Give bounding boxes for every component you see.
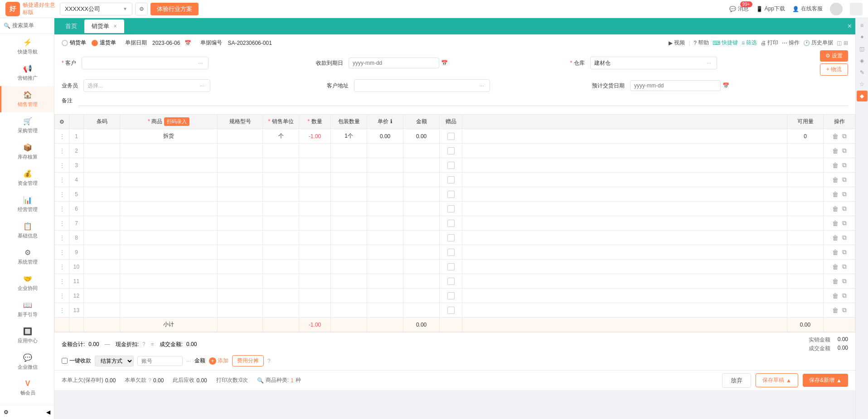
sidebar-item-guide[interactable]: 📖 新手引导 — [0, 296, 54, 323]
expected-calendar-icon[interactable]: 📅 — [723, 82, 729, 89]
td-qty-4[interactable] — [299, 173, 331, 187]
toolbar-print[interactable]: 🖨 打印 — [761, 39, 778, 47]
td-gift-5[interactable] — [440, 187, 462, 202]
td-unit-10[interactable] — [263, 260, 299, 274]
td-product-1[interactable]: 拆货 — [120, 129, 218, 144]
delete-row-10[interactable]: 🗑 — [831, 262, 839, 271]
tab-close-icon[interactable]: × — [114, 23, 117, 29]
copy-row-12[interactable]: ⧉ — [841, 291, 848, 300]
td-unit-8[interactable] — [263, 231, 299, 245]
td-barcode-13[interactable] — [84, 303, 120, 318]
td-price-11[interactable] — [367, 274, 403, 289]
td-unit-2[interactable] — [263, 144, 299, 158]
td-product-13[interactable] — [120, 303, 218, 318]
copy-row-3[interactable]: ⧉ — [841, 160, 848, 170]
td-price-4[interactable] — [367, 173, 403, 187]
td-product-3[interactable] — [120, 158, 218, 173]
td-pack-7[interactable] — [331, 216, 367, 231]
one-click-payment-checkbox[interactable] — [62, 358, 68, 364]
copy-row-7[interactable]: ⧉ — [841, 218, 848, 228]
copy-row-13[interactable]: ⧉ — [841, 305, 848, 315]
td-price-9[interactable] — [367, 245, 403, 260]
td-amount-1[interactable]: 0.00 — [403, 129, 440, 144]
fee-split-btn[interactable]: 费用分摊 — [232, 355, 264, 366]
td-price-2[interactable] — [367, 144, 403, 158]
td-price-7[interactable] — [367, 216, 403, 231]
copy-row-10[interactable]: ⧉ — [841, 262, 848, 271]
td-unit-5[interactable] — [263, 187, 299, 202]
td-barcode-3[interactable] — [84, 158, 120, 173]
td-amount-12[interactable] — [403, 289, 440, 303]
td-price-3[interactable] — [367, 158, 403, 173]
td-qty-8[interactable] — [299, 231, 331, 245]
sidebar-item-operations[interactable]: 📊 经营管理 — [0, 191, 54, 217]
addr-ellipsis-icon[interactable]: ··· — [478, 82, 486, 90]
td-product-5[interactable] — [120, 187, 218, 202]
td-spec-2[interactable] — [218, 144, 263, 158]
td-settings-3[interactable]: ⋮ — [55, 158, 69, 173]
td-qty-1[interactable]: -1.00 — [299, 129, 331, 144]
delete-row-4[interactable]: 🗑 — [831, 175, 839, 184]
td-price-12[interactable] — [367, 289, 403, 303]
copy-row-9[interactable]: ⧉ — [841, 247, 848, 257]
td-product-9[interactable] — [120, 245, 218, 260]
td-gift-4[interactable] — [440, 173, 462, 187]
td-barcode-9[interactable] — [84, 245, 120, 260]
right-btn-5[interactable]: ✎ — [857, 67, 868, 78]
td-unit-4[interactable] — [263, 173, 299, 187]
td-settings-7[interactable]: ⋮ — [55, 216, 69, 231]
td-qty-6[interactable] — [299, 202, 331, 216]
td-barcode-4[interactable] — [84, 173, 120, 187]
sidebar-item-basic[interactable]: 📋 基础信息 — [0, 217, 54, 244]
sidebar-item-inventory[interactable]: 📦 库存核算 — [0, 139, 54, 165]
delete-row-12[interactable]: 🗑 — [831, 291, 839, 300]
td-unit-12[interactable] — [263, 289, 299, 303]
calendar-icon[interactable]: 📅 — [184, 40, 191, 46]
copy-row-2[interactable]: ⧉ — [841, 146, 848, 155]
salesperson-input[interactable]: 选择... ··· — [83, 79, 210, 92]
toolbar-shortcut[interactable]: ⌨ 快捷键 — [713, 39, 738, 47]
td-settings-13[interactable]: ⋮ — [55, 303, 69, 318]
td-amount-7[interactable] — [403, 216, 440, 231]
payment-due-input[interactable] — [349, 58, 439, 68]
td-amount-13[interactable] — [403, 303, 440, 318]
td-product-4[interactable] — [120, 173, 218, 187]
copy-row-8[interactable]: ⧉ — [841, 233, 848, 242]
delete-row-8[interactable]: 🗑 — [831, 233, 839, 242]
company-settings-icon[interactable]: ⚙ — [135, 3, 148, 15]
td-unit-3[interactable] — [263, 158, 299, 173]
td-barcode-1[interactable] — [84, 129, 120, 144]
radio-sales[interactable]: 销货单 — [62, 39, 86, 47]
td-settings-6[interactable]: ⋮ — [55, 202, 69, 216]
td-pack-10[interactable] — [331, 260, 367, 274]
warehouse-input[interactable]: 建材仓 ··· — [590, 57, 717, 69]
account-ellipsis[interactable]: ··· — [186, 358, 191, 364]
td-pack-6[interactable] — [331, 202, 367, 216]
td-qty-11[interactable] — [299, 274, 331, 289]
td-settings-12[interactable]: ⋮ — [55, 289, 69, 303]
td-unit-11[interactable] — [263, 274, 299, 289]
sidebar-item-wechat[interactable]: 💬 企业微信 — [0, 349, 54, 375]
sidebar-item-quick-nav[interactable]: ⚡ 快捷导航 — [0, 34, 54, 60]
td-amount-5[interactable] — [403, 187, 440, 202]
td-gift-9[interactable] — [440, 245, 462, 260]
delete-row-1[interactable]: 🗑 — [831, 131, 839, 141]
td-barcode-7[interactable] — [84, 216, 120, 231]
date-value[interactable]: 2023-06-06 — [152, 40, 180, 46]
td-product-11[interactable] — [120, 274, 218, 289]
account-input[interactable] — [137, 356, 183, 366]
customer-input[interactable]: ··· — [82, 57, 209, 69]
copy-row-4[interactable]: ⧉ — [841, 175, 848, 184]
td-pack-5[interactable] — [331, 187, 367, 202]
right-btn-7[interactable]: ◆ — [857, 91, 868, 101]
td-price-6[interactable] — [367, 202, 403, 216]
td-settings-11[interactable]: ⋮ — [55, 274, 69, 289]
customer-addr-input[interactable]: ··· — [354, 79, 490, 92]
td-spec-9[interactable] — [218, 245, 263, 260]
td-pack-2[interactable] — [331, 144, 367, 158]
sidebar-item-sales[interactable]: 🏠 销售管理 — [0, 86, 54, 112]
delete-row-5[interactable]: 🗑 — [831, 189, 839, 199]
td-spec-13[interactable] — [218, 303, 263, 318]
td-qty-13[interactable] — [299, 303, 331, 318]
delete-row-3[interactable]: 🗑 — [831, 160, 839, 170]
